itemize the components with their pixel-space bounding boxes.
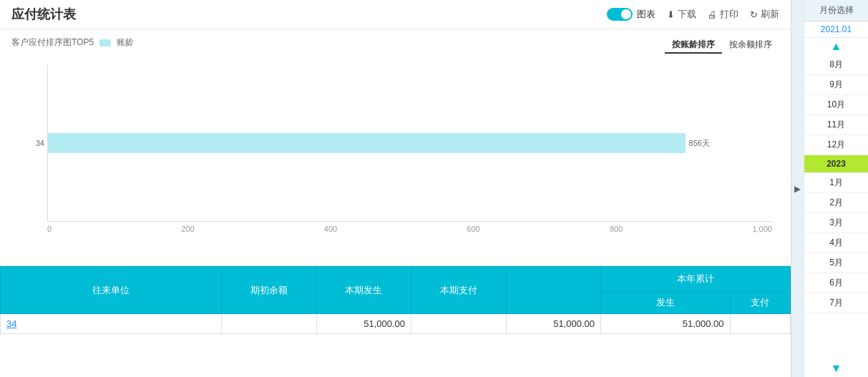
legend-age-label: 账龄 [117,36,134,49]
sidebar-item-4[interactable]: 4月 [804,233,868,253]
page-header: 应付统计表 图表 ⬇ 下载 🖨 打印 ↻ 刷新 [0,0,791,29]
col-unit: 往来单位 [1,267,222,314]
col-balance [506,267,600,314]
col-current-occur: 本期发生 [316,267,411,314]
col-year-occur: 发生 [601,292,731,314]
sidebar-item-8[interactable]: 8月 [804,55,868,75]
download-icon: ⬇ [667,9,675,20]
x-label-1000: 1,000 [752,225,772,233]
unit-link[interactable]: 34 [6,318,16,329]
chart-section: 客户应付排序图TOP5 账龄 按账龄排序 按余额排序 34 856天 [0,29,791,265]
table-section: 往来单位 期初余额 本期发生 本期支付 本年累计 发生 支付 34 [0,266,791,377]
refresh-button[interactable]: ↻ 刷新 [750,8,779,21]
chart-bar: 34 856天 [48,133,686,153]
x-label-800: 800 [610,225,623,233]
year-input[interactable] [804,21,868,38]
download-label: 下载 [678,8,696,21]
x-label-400: 400 [324,225,337,233]
sort-tab-balance[interactable]: 按余额排序 [722,37,779,54]
sidebar-year-2023[interactable]: 2023 [804,155,868,173]
download-button[interactable]: ⬇ 下载 [667,8,696,21]
x-label-0: 0 [47,225,52,233]
col-current-pay: 本期支付 [411,267,506,314]
legend-color [99,39,111,46]
up-icon: ▲ [831,40,842,53]
cell-year-pay [730,314,790,334]
chart-toggle-wrap: 图表 [607,8,655,21]
collapse-icon: ▶ [794,184,801,194]
sidebar-item-1[interactable]: 1月 [804,173,868,193]
chart-toggle[interactable] [607,8,633,21]
sidebar-item-2[interactable]: 2月 [804,193,868,213]
sidebar-item-12[interactable]: 12月 [804,135,868,155]
chart-bar-area: 34 856天 [47,64,772,222]
bar-label-left: 34 [36,139,44,147]
x-label-600: 600 [467,225,479,233]
sidebar-item-9[interactable]: 9月 [804,75,868,95]
print-button[interactable]: 🖨 打印 [708,8,738,21]
chart-legend: 客户应付排序图TOP5 账龄 [11,36,134,49]
page-title: 应付统计表 [11,6,76,23]
legend-text: 客户应付排序图TOP5 [11,36,94,49]
header-actions: 图表 ⬇ 下载 🖨 打印 ↻ 刷新 [607,8,779,21]
sidebar-item-10[interactable]: 10月 [804,95,868,115]
sort-tabs: 按账龄排序 按余额排序 [665,37,779,54]
refresh-icon: ↻ [750,9,758,20]
sidebar: 月份选择 ▲ 8月 9月 10月 11月 12月 2023 1月 2月 3月 4… [804,0,868,377]
chart-legend-row: 客户应付排序图TOP5 账龄 按账龄排序 按余额排序 [11,36,779,54]
print-label: 打印 [720,8,738,21]
down-icon: ▼ [831,362,842,375]
cell-current-occur: 51,000.00 [316,314,411,334]
refresh-label: 刷新 [761,8,779,21]
sort-tab-age[interactable]: 按账龄排序 [665,37,722,54]
month-down-button[interactable]: ▼ [804,360,868,377]
sidebar-header: 月份选择 [804,0,868,21]
data-table: 往来单位 期初余额 本期发生 本期支付 本年累计 发生 支付 34 [0,266,791,334]
collapse-button[interactable]: ▶ [791,0,804,377]
print-icon: 🖨 [708,9,717,20]
sidebar-item-5[interactable]: 5月 [804,253,868,273]
x-label-200: 200 [181,225,194,233]
month-up-button[interactable]: ▲ [804,38,868,55]
sidebar-item-6[interactable]: 6月 [804,273,868,293]
bar-label-right: 856天 [689,137,710,148]
cell-current-pay [411,314,506,334]
sidebar-item-3[interactable]: 3月 [804,213,868,233]
table-row: 34 51,000.00 51,000.00 51,000.00 [1,314,791,334]
x-axis: 0 200 400 600 800 1,000 [47,225,772,233]
cell-unit: 34 [1,314,222,334]
sidebar-months: 8月 9月 10月 11月 12月 2023 1月 2月 3月 4月 5月 6月… [804,55,868,360]
cell-opening [222,314,316,334]
col-group-year: 本年累计 [601,267,791,292]
sidebar-item-7[interactable]: 7月 [804,293,868,313]
cell-balance: 51,000.00 [506,314,600,334]
cell-year-occur: 51,000.00 [601,314,731,334]
sidebar-item-11[interactable]: 11月 [804,115,868,135]
col-opening: 期初余额 [222,267,316,314]
chart-wrap: 34 856天 0 200 400 600 800 1,000 [11,57,779,258]
col-year-pay: 支付 [730,292,790,314]
chart-toggle-label: 图表 [637,8,655,21]
